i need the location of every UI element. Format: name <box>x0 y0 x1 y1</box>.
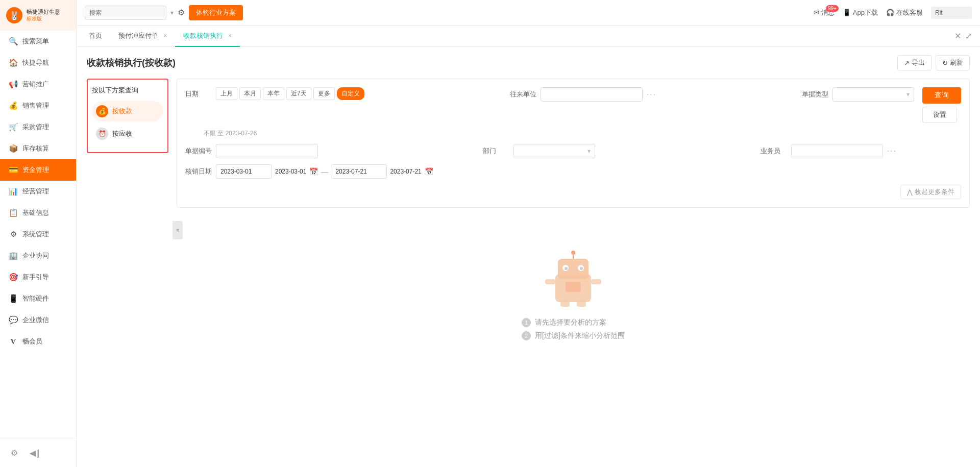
unit-input[interactable] <box>541 87 643 102</box>
home-tab-label: 首页 <box>89 31 102 40</box>
header-search-input[interactable] <box>85 6 166 20</box>
calendar-start-icon[interactable]: 📅 <box>309 167 318 176</box>
industry-solution-button[interactable]: 体验行业方案 <box>189 5 243 20</box>
setting-button[interactable]: 设置 <box>922 107 957 123</box>
chevron-down-icon[interactable]: ▾ <box>170 9 174 16</box>
svg-rect-12 <box>566 282 581 292</box>
sidebar-item-inventory[interactable]: 📦 库存核算 <box>0 138 76 159</box>
date-no-limit-label: 不限 至 2023-07-26 <box>204 130 257 137</box>
export-label: 导出 <box>912 58 925 67</box>
header-right: ✉ 消息 99+ 📱 App下载 🎧 在线客服 Rit <box>814 7 972 19</box>
empty-tip-1: 1 请先选择要分析的方案 <box>522 318 625 327</box>
export-icon: ↗ <box>904 59 910 67</box>
message-button[interactable]: ✉ 消息 99+ <box>814 8 835 17</box>
close-tab-receivable-icon[interactable]: × <box>228 32 232 39</box>
sidebar-item-wechat[interactable]: 💬 企业微信 <box>0 309 76 331</box>
writeoff-date-end-input[interactable] <box>331 164 387 179</box>
collapse-sidebar-icon[interactable]: ◀‖ <box>27 445 43 461</box>
date-more-button[interactable]: 更多 <box>313 87 335 100</box>
sidebar-item-label: 智能硬件 <box>22 294 49 303</box>
online-service-button[interactable]: 🎧 在线客服 <box>886 8 923 17</box>
inventory-icon: 📦 <box>8 144 18 153</box>
app-download-button[interactable]: 📱 App下载 <box>843 8 878 17</box>
basic-icon: 📋 <box>8 208 18 217</box>
sidebar-item-label: 新手引导 <box>22 273 49 282</box>
filter-content-layout: 按以下方案查询 💰 按收款 ⏰ 按应收 « <box>87 79 970 381</box>
sidebar-item-label: 系统管理 <box>22 230 49 239</box>
sidebar-item-basic[interactable]: 📋 基础信息 <box>0 202 76 224</box>
search-icon: 🔍 <box>8 37 18 46</box>
tab-prepay[interactable]: 预付冲应付单 × <box>110 26 175 47</box>
sidebar-item-guide[interactable]: 🎯 新手引导 <box>0 266 76 288</box>
tip-text-1: 请先选择要分析的方案 <box>535 318 606 327</box>
sidebar-item-system[interactable]: ⚙ 系统管理 <box>0 224 76 245</box>
date-label: 日期 <box>185 89 212 99</box>
staff-more-icon[interactable]: ··· <box>887 146 897 156</box>
doc-type-select[interactable]: ▾ <box>832 87 914 102</box>
collapse-more-button[interactable]: ⋀ 收起更多条件 <box>900 185 961 199</box>
svg-point-5 <box>580 267 583 270</box>
filter-panel: 按以下方案查询 💰 按收款 ⏰ 按应收 <box>87 79 168 153</box>
filter-panel-title: 按以下方案查询 <box>92 86 163 95</box>
empty-robot-illustration <box>543 249 604 310</box>
settings-icon[interactable]: ⚙ <box>178 8 185 17</box>
close-tab-icon[interactable]: ✕ <box>954 31 961 41</box>
svg-point-7 <box>571 251 575 255</box>
export-button[interactable]: ↗ 导出 <box>897 55 932 70</box>
staff-input[interactable] <box>791 144 883 158</box>
filter-option-payable-label: 按应收 <box>112 129 132 138</box>
app-logo: 🐰 畅捷通好生意 标准版 <box>0 0 76 31</box>
app-download-label: App下载 <box>853 8 878 17</box>
collapse-filter-button[interactable]: « <box>173 221 183 239</box>
writeoff-date-start-input[interactable] <box>216 164 272 179</box>
sidebar-item-finance[interactable]: 💳 资金管理 <box>0 159 76 181</box>
doc-no-input[interactable] <box>216 144 318 158</box>
header-search-area: ▾ ⚙ 体验行业方案 <box>85 5 807 20</box>
sidebar-item-search[interactable]: 🔍 搜索菜单 <box>0 31 76 52</box>
page-title: 收款核销执行(按收款) <box>87 57 176 69</box>
sidebar-item-label: 搜索菜单 <box>22 37 49 46</box>
refresh-button[interactable]: ↻ 刷新 <box>936 55 970 70</box>
svg-rect-11 <box>577 301 586 307</box>
expand-tab-icon[interactable]: ⤢ <box>965 31 972 41</box>
sidebar-item-operation[interactable]: 📊 经营管理 <box>0 181 76 202</box>
enterprise-icon: 🏢 <box>8 251 18 260</box>
staff-label: 业务员 <box>761 146 787 156</box>
sidebar-item-shortcuts[interactable]: 🏠 快捷导航 <box>0 52 76 73</box>
date-last7days-button[interactable]: 近7天 <box>286 87 311 100</box>
empty-state: 1 请先选择要分析的方案 2 用[过滤]条件来缩小分析范围 <box>177 208 970 381</box>
sidebar-item-hardware[interactable]: 📱 智能硬件 <box>0 288 76 309</box>
dept-select[interactable]: ▾ <box>513 144 595 158</box>
user-avatar[interactable]: Rit <box>931 7 972 19</box>
close-tab-prepay-icon[interactable]: × <box>163 32 167 39</box>
tab-receivable[interactable]: 收款核销执行 × <box>175 26 240 47</box>
date-this-year-button[interactable]: 本年 <box>263 87 284 100</box>
sidebar-item-marketing[interactable]: 📢 营销推广 <box>0 73 76 95</box>
date-this-month-button[interactable]: 本月 <box>239 87 261 100</box>
sidebar-item-enterprise[interactable]: 🏢 企业协同 <box>0 245 76 266</box>
doc-no-label: 单据编号 <box>185 146 212 156</box>
sidebar-item-label: 营销推广 <box>22 80 49 89</box>
content-area: 收款核销执行(按收款) ↗ 导出 ↻ 刷新 按以下方案 <box>77 47 980 467</box>
sidebar-item-label: 企业协同 <box>22 251 49 260</box>
logo-sub: 标准版 <box>27 15 60 22</box>
writeoff-date-label: 核销日期 <box>185 167 212 176</box>
dept-label: 部门 <box>483 146 509 156</box>
sidebar-item-member[interactable]: V 畅会员 <box>0 331 76 352</box>
date-custom-button[interactable]: 自定义 <box>337 87 364 100</box>
chevron-down-icon: ▾ <box>906 91 910 98</box>
svg-point-4 <box>565 267 568 270</box>
filter-option-by-receipt[interactable]: 💰 按收款 <box>92 101 163 121</box>
date-last-month-button[interactable]: 上月 <box>216 87 237 100</box>
message-badge: 99+ <box>826 5 839 12</box>
settings-icon[interactable]: ⚙ <box>6 445 22 461</box>
filter-option-by-payable[interactable]: ⏰ 按应收 <box>92 124 163 144</box>
unit-more-icon[interactable]: ··· <box>647 90 656 99</box>
tab-home[interactable]: 首页 <box>81 26 110 47</box>
calendar-end-icon[interactable]: 📅 <box>425 167 433 176</box>
query-button[interactable]: 查询 <box>922 87 961 104</box>
tab-receivable-label: 收款核销执行 <box>183 31 223 40</box>
sales-icon: 💰 <box>8 101 18 110</box>
sidebar-item-purchase[interactable]: 🛒 采购管理 <box>0 116 76 138</box>
sidebar-item-sales[interactable]: 💰 销售管理 <box>0 95 76 116</box>
